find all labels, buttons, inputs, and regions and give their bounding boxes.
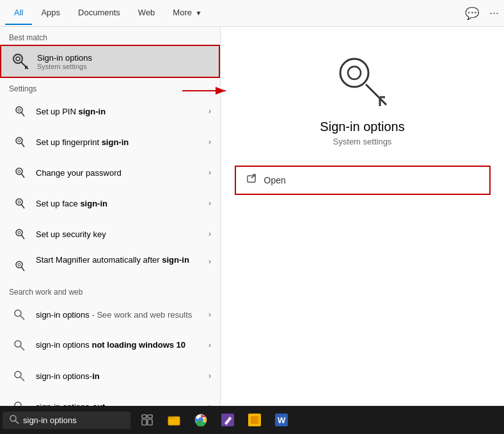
tab-apps[interactable]: Apps [32, 1, 69, 25]
svg-rect-44 [142, 419, 146, 425]
file-explorer-icon[interactable] [161, 408, 187, 431]
top-bar-actions: 💬 ··· [465, 6, 499, 20]
top-bar: All Apps Documents Web More ▼ 💬 ··· [0, 0, 504, 27]
svg-line-39 [251, 174, 255, 178]
open-icon [246, 173, 258, 187]
tab-more[interactable]: More ▼ [164, 1, 210, 25]
settings-item-pin[interactable]: Set up PIN sign-in › [0, 96, 220, 127]
app-large-icon [334, 52, 391, 112]
svg-point-29 [15, 402, 21, 406]
svg-rect-38 [248, 176, 255, 182]
left-panel: Best match Sign-in options System settin… [0, 27, 221, 406]
search-web-chevron-3: › [209, 371, 211, 380]
search-web-label: Search work and web [0, 281, 220, 299]
taskview-icon[interactable] [134, 408, 160, 431]
svg-point-12 [18, 170, 20, 173]
fingerprint-icon [9, 132, 29, 152]
pin-icon [9, 101, 29, 121]
tab-web[interactable]: Web [129, 1, 164, 25]
svg-rect-53 [251, 416, 258, 424]
search-web-icon-1 [9, 304, 29, 325]
tab-all[interactable]: All [5, 1, 32, 25]
right-panel: Sign-in options System settings Open [221, 27, 504, 406]
seckey-icon [9, 224, 29, 244]
word-app-icon[interactable]: W [269, 408, 294, 431]
best-match-subtitle: System settings [37, 63, 210, 70]
fingerprint-chevron-icon: › [209, 137, 211, 146]
search-web-item-1[interactable]: sign-in options - See work and web resul… [0, 299, 220, 330]
svg-point-27 [15, 371, 21, 378]
settings-item-password[interactable]: Change your password › [0, 157, 220, 188]
svg-point-9 [18, 139, 20, 142]
svg-line-24 [20, 316, 24, 320]
search-web-item-2[interactable]: sign-in options not loading windows 10 › [0, 330, 220, 360]
search-web-chevron-2: › [209, 341, 211, 350]
search-web-text-4: sign-in options-out [36, 402, 209, 407]
face-icon [9, 193, 29, 213]
search-web-icon-2 [9, 335, 29, 355]
best-match-item[interactable]: Sign-in options System settings [0, 45, 220, 78]
svg-point-21 [18, 263, 20, 266]
svg-rect-45 [148, 419, 152, 425]
svg-line-26 [20, 346, 24, 350]
taskbar: W [0, 406, 504, 434]
svg-point-33 [340, 59, 368, 87]
face-text: Set up face sign-in [36, 199, 209, 208]
svg-rect-43 [148, 415, 152, 418]
settings-item-fingerprint[interactable]: Set up fingerprint sign-in › [0, 127, 220, 157]
svg-point-0 [13, 54, 22, 63]
open-button-label: Open [264, 175, 286, 185]
search-web-text-3: sign-in options-in [36, 371, 209, 381]
svg-line-28 [20, 377, 24, 381]
yellow-app-icon[interactable] [242, 408, 267, 431]
svg-line-22 [21, 267, 24, 271]
svg-point-23 [15, 310, 21, 316]
pen-app-icon[interactable] [215, 408, 240, 431]
main-layout: Best match Sign-in options System settin… [0, 27, 504, 406]
search-web-icon-3 [9, 366, 29, 386]
password-text: Change your password [36, 168, 209, 178]
open-button[interactable]: Open [235, 166, 491, 195]
svg-rect-42 [142, 415, 146, 418]
more-options-icon[interactable]: ··· [489, 6, 499, 20]
best-match-text: Sign-in options System settings [37, 53, 210, 70]
svg-line-7 [21, 112, 24, 116]
svg-point-18 [18, 231, 20, 234]
best-match-title: Sign-in options [37, 53, 210, 63]
settings-label: Settings [0, 78, 220, 96]
settings-item-face[interactable]: Set up face sign-in › [0, 188, 220, 219]
best-match-label: Best match [0, 27, 220, 45]
svg-line-16 [21, 204, 24, 208]
sign-in-options-icon [10, 51, 31, 72]
search-web-text-2: sign-in options not loading windows 10 [36, 339, 209, 351]
search-web-icon-4 [9, 396, 29, 406]
magnifier-icon [9, 256, 29, 276]
settings-item-magnifier[interactable]: Start Magnifier automatically after sign… [0, 249, 220, 281]
svg-line-41 [15, 421, 19, 424]
password-chevron-icon: › [209, 168, 211, 177]
taskbar-search-box[interactable] [3, 412, 130, 429]
search-web-chevron-1: › [209, 310, 211, 319]
svg-rect-47 [168, 417, 173, 419]
settings-item-seckey[interactable]: Set up security key › [0, 219, 220, 249]
svg-point-6 [18, 109, 20, 111]
tab-documents[interactable]: Documents [69, 1, 129, 25]
face-chevron-icon: › [209, 199, 211, 208]
pin-chevron-icon: › [209, 107, 211, 116]
password-icon [9, 162, 29, 183]
fingerprint-text: Set up fingerprint sign-in [36, 137, 209, 147]
svg-line-35 [366, 84, 386, 105]
chrome-icon[interactable] [188, 408, 214, 431]
app-subtitle: System settings [333, 137, 392, 146]
pin-text: Set up PIN sign-in [36, 107, 209, 116]
seckey-chevron-icon: › [209, 229, 211, 238]
search-web-item-4[interactable]: sign-in options-out › [0, 391, 220, 406]
svg-line-13 [21, 173, 24, 178]
search-web-chevron-4: › [209, 402, 211, 406]
svg-point-34 [348, 66, 361, 79]
search-web-text-1: sign-in options - See work and web resul… [36, 310, 209, 320]
taskbar-search-input[interactable] [23, 415, 113, 425]
svg-line-2 [21, 62, 28, 69]
search-web-item-3[interactable]: sign-in options-in › [0, 360, 220, 391]
feedback-icon[interactable]: 💬 [465, 6, 479, 20]
